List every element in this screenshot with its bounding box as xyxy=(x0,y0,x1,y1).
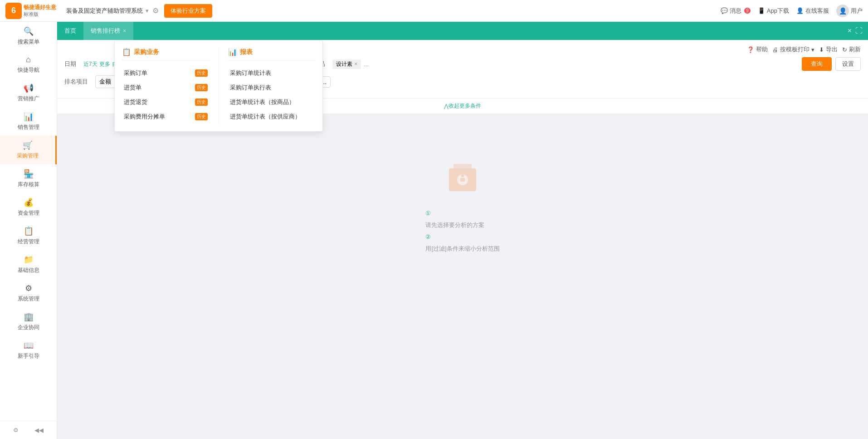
menu-item-receipt-stats-supplier[interactable]: 进货单统计表（按供应商） xyxy=(228,109,316,124)
sidebar-item-marketing[interactable]: 📢 营销推广 xyxy=(0,79,57,107)
menu-item-purchase-receipt[interactable]: 进货单 历史 xyxy=(122,80,210,95)
message-label: 消息 xyxy=(730,7,741,15)
page-content: ❓ 帮助 🖨 按模板打印 ▾ ⬇ 导出 xyxy=(57,40,868,439)
section-purchase-label: 采购业务 xyxy=(134,48,159,56)
message-badge: 9 xyxy=(744,8,751,14)
menu-item-purchase-order[interactable]: 采购订单 历史 xyxy=(122,66,210,80)
system-dropdown-icon[interactable]: ▾ xyxy=(146,7,149,14)
sales-icon: 📊 xyxy=(24,112,34,122)
purchase-icon: 🛒 xyxy=(23,140,33,150)
menu-item-purchase-order-label: 采购订单 xyxy=(124,69,147,77)
sidebar-marketing-label: 营销推广 xyxy=(18,95,39,103)
sidebar-item-warehouse[interactable]: 🏪 库存核算 xyxy=(0,164,57,193)
logo-icon: 6 xyxy=(5,3,22,19)
menu-divider xyxy=(219,48,219,124)
home-icon: ⌂ xyxy=(26,55,31,64)
main-layout: 🔍 搜索菜单 ⌂ 快捷导航 📢 营销推广 📊 销售管理 🛒 采购管理 🏪 xyxy=(0,22,868,439)
search-icon: 🔍 xyxy=(24,26,34,36)
section-purchase-title: 📋 采购业务 xyxy=(122,48,210,60)
industry-button[interactable]: 体验行业方案 xyxy=(164,4,212,18)
sidebar-finance-label: 资金管理 xyxy=(18,209,39,217)
user-avatar: 👤 xyxy=(836,5,849,17)
history-badge-expense: 历史 xyxy=(195,113,208,120)
menu-item-purchase-receipt-label: 进货单 xyxy=(124,84,141,92)
system-name: 装备及固定资产辅助管理系统 xyxy=(66,7,143,15)
online-service-label: 在线客服 xyxy=(805,7,829,15)
menu-section-purchase: 📋 采购业务 采购订单 历史 进货单 历史 xyxy=(122,48,210,124)
content-area: 首页 销售排行榜 × × ⛶ xyxy=(57,22,868,439)
sidebar-search-label: 搜索菜单 xyxy=(18,38,39,46)
app-container: 6 畅捷通好生意 标准版 装备及固定资产辅助管理系统 ▾ ⚙ 体验行业方案 💬 … xyxy=(0,0,868,439)
logo-area: 6 畅捷通好生意 标准版 xyxy=(5,3,63,19)
sidebar-item-purchase[interactable]: 🛒 采购管理 xyxy=(0,136,57,164)
dropdown-overlay[interactable]: 📋 采购业务 采购订单 历史 进货单 历史 xyxy=(57,40,868,439)
system-icon: ⚙ xyxy=(25,283,32,293)
sidebar: 🔍 搜索菜单 ⌂ 快捷导航 📢 营销推广 📊 销售管理 🛒 采购管理 🏪 xyxy=(0,22,57,439)
menu-item-purchase-expense-label: 采购费用分摊单 xyxy=(124,113,165,121)
warehouse-icon: 🏪 xyxy=(24,169,34,179)
operation-icon: 📋 xyxy=(24,226,34,236)
sidebar-item-operation[interactable]: 📋 经营管理 xyxy=(0,222,57,250)
sidebar-item-guide[interactable]: 📖 新手引导 xyxy=(0,336,57,365)
tab-close-icon[interactable]: × xyxy=(123,28,126,34)
marketing-icon: 📢 xyxy=(24,83,34,93)
tab-home-label: 首页 xyxy=(64,27,76,35)
menu-item-receipt-stats-supplier-label: 进货单统计表（按供应商） xyxy=(230,113,301,121)
sidebar-footer: ⚙ ◀◀ xyxy=(0,421,57,439)
sidebar-item-system[interactable]: ⚙ 系统管理 xyxy=(0,279,57,307)
message-item[interactable]: 💬 消息 9 xyxy=(721,7,751,15)
menu-item-order-stats[interactable]: 采购订单统计表 xyxy=(228,66,316,80)
menu-item-purchase-return[interactable]: 进货退货 历史 xyxy=(122,95,210,109)
tab-right-controls: × ⛶ xyxy=(848,27,868,35)
menu-item-order-exec[interactable]: 采购订单执行表 xyxy=(228,80,316,95)
menu-item-order-exec-label: 采购订单执行表 xyxy=(230,84,271,92)
tab-close-window-icon[interactable]: × xyxy=(848,27,852,35)
sidebar-item-search[interactable]: 🔍 搜索菜单 xyxy=(0,22,57,50)
sidebar-company-label: 企业协同 xyxy=(18,324,39,331)
collapse-icon[interactable]: ◀◀ xyxy=(34,427,44,434)
section-reports-label: 报表 xyxy=(240,48,253,56)
sidebar-operation-label: 经营管理 xyxy=(18,238,39,246)
sidebar-guide-label: 新手引导 xyxy=(18,352,39,360)
tab-home[interactable]: 首页 xyxy=(57,22,83,40)
guide-icon: 📖 xyxy=(24,340,34,350)
menu-item-order-stats-label: 采购订单统计表 xyxy=(230,69,271,77)
sidebar-purchase-label: 采购管理 xyxy=(17,152,39,160)
history-badge-purchase-order: 历史 xyxy=(195,69,208,77)
sidebar-basic-label: 基础信息 xyxy=(18,266,39,274)
app-download-item[interactable]: 📱 App下载 xyxy=(758,7,789,15)
top-bar-right: 💬 消息 9 📱 App下载 👤 在线客服 👤 用户 xyxy=(721,5,863,17)
menu-item-purchase-return-label: 进货退货 xyxy=(124,98,147,106)
basic-icon: 📁 xyxy=(24,255,34,265)
menu-section-reports: 📊 报表 采购订单统计表 采购订单执行表 进货单统计表（按商品） xyxy=(228,48,316,124)
sidebar-quick-nav-label: 快捷导航 xyxy=(18,66,39,74)
tab-expand-icon[interactable]: ⛶ xyxy=(855,27,863,35)
settings-footer-icon[interactable]: ⚙ xyxy=(13,427,19,434)
company-icon: 🏢 xyxy=(24,312,34,322)
system-area: 装备及固定资产辅助管理系统 ▾ ⚙ 体验行业方案 xyxy=(63,4,721,18)
sidebar-item-sales[interactable]: 📊 销售管理 xyxy=(0,107,57,136)
phone-icon: 📱 xyxy=(758,7,765,14)
section-purchase-icon: 📋 xyxy=(122,48,131,56)
app-download-label: App下载 xyxy=(767,7,789,15)
sidebar-item-company[interactable]: 🏢 企业协同 xyxy=(0,307,57,336)
tab-sales-rank[interactable]: 销售排行榜 × xyxy=(83,22,133,40)
menu-item-receipt-stats-goods[interactable]: 进货单统计表（按商品） xyxy=(228,95,316,109)
sidebar-item-quick-nav[interactable]: ⌂ 快捷导航 xyxy=(0,50,57,79)
sidebar-item-basic[interactable]: 📁 基础信息 xyxy=(0,250,57,279)
online-service-item[interactable]: 👤 在线客服 xyxy=(796,7,829,15)
logo-line2: 标准版 xyxy=(24,11,56,17)
top-bar: 6 畅捷通好生意 标准版 装备及固定资产辅助管理系统 ▾ ⚙ 体验行业方案 💬 … xyxy=(0,0,868,22)
section-reports-title: 📊 报表 xyxy=(228,48,316,60)
finance-icon: 💰 xyxy=(24,197,34,207)
section-reports-icon: 📊 xyxy=(228,48,237,56)
sidebar-warehouse-label: 库存核算 xyxy=(18,181,39,188)
menu-item-purchase-expense[interactable]: 采购费用分摊单 历史 xyxy=(122,109,210,124)
message-icon: 💬 xyxy=(721,7,728,14)
user-name: 用户 xyxy=(851,7,863,15)
sidebar-item-finance[interactable]: 💰 资金管理 xyxy=(0,193,57,222)
system-settings-icon[interactable]: ⚙ xyxy=(152,6,159,15)
sidebar-sales-label: 销售管理 xyxy=(18,123,39,131)
headset-icon: 👤 xyxy=(796,7,804,14)
user-item[interactable]: 👤 用户 xyxy=(836,5,863,17)
